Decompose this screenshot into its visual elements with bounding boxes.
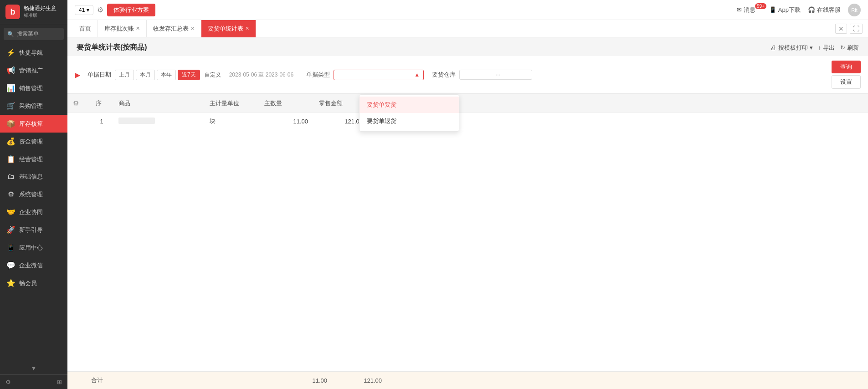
cur-month-btn[interactable]: 本月 <box>136 70 155 80</box>
sidebar-collapse-icon[interactable]: ⊞ <box>57 379 62 385</box>
content: 要货单统计表(按商品) 🖨 按模板打印 ▾ ↑ 导出 ↻ 刷新 ▶ <box>67 37 868 389</box>
sidebar-scroll-down[interactable]: ▼ <box>0 362 67 374</box>
tab-home[interactable]: 首页 <box>73 20 98 37</box>
print-btn[interactable]: 🖨 按模板打印 ▾ <box>770 44 813 52</box>
app-name: 畅捷通好生意 <box>24 5 56 12</box>
custom-date-btn[interactable]: 自定义 <box>202 70 224 80</box>
sidebar: b 畅捷通好生意 标准版 🔍 搜索菜单 ⚡ 快捷导航 📢 营销推广 📊 销售管理… <box>0 0 67 389</box>
tab-inventory-batch[interactable]: 库存批次账 ✕ <box>98 20 147 37</box>
topbar-right: ✉ 消息 99+ 📱 App下载 🎧 在线客服 Rit <box>737 4 861 16</box>
sidebar-item-finance[interactable]: 💰 资金管理 <box>0 133 67 150</box>
operations-icon: 📋 <box>6 155 15 164</box>
sidebar-item-wechat[interactable]: 💬 企业微信 <box>0 256 67 274</box>
sidebar-item-member[interactable]: ⭐ 畅会员 <box>0 274 67 292</box>
sidebar-item-label: 快捷导航 <box>19 49 43 57</box>
sidebar-item-marketing[interactable]: 📢 营销推广 <box>0 61 67 79</box>
sidebar-item-label: 资金管理 <box>19 138 43 146</box>
tab-receive-summary[interactable]: 收发存汇总表 ✕ <box>147 20 201 37</box>
tab-maximize-btn[interactable]: ⛶ <box>850 24 863 34</box>
col-settings-icon[interactable]: ⚙ <box>73 99 79 107</box>
store-selector[interactable]: 41 ▾ <box>75 5 93 15</box>
sidebar-item-sales[interactable]: 📊 销售管理 <box>0 79 67 97</box>
sidebar-item-label: 经营管理 <box>19 155 43 164</box>
online-service-btn[interactable]: 🎧 在线客服 <box>808 6 841 14</box>
dropdown-item-order-goods[interactable]: 要货单要货 <box>360 97 459 113</box>
sidebar-item-guide[interactable]: 🚀 新手引导 <box>0 221 67 239</box>
logo-icon: b <box>5 5 20 19</box>
tab-close-icon[interactable]: ✕ <box>190 26 195 31</box>
marketing-icon: 📢 <box>6 66 15 75</box>
date-filter-label: 单据日期 <box>87 71 111 79</box>
topbar-gear-icon[interactable]: ⚙ <box>97 5 103 14</box>
refresh-btn[interactable]: ↻ 刷新 <box>840 44 859 52</box>
filter-toggle-btn[interactable]: ▶ <box>75 71 80 79</box>
quick-nav-icon: ⚡ <box>6 48 15 57</box>
type-dropdown-arrow[interactable]: ▲ <box>414 72 420 78</box>
tab-order-summary[interactable]: 要货单统计表 ✕ <box>201 20 256 37</box>
page-actions: 🖨 按模板打印 ▾ ↑ 导出 ↻ 刷新 <box>770 44 859 52</box>
set-btn[interactable]: 设置 <box>832 75 861 89</box>
refresh-icon: ↻ <box>840 44 845 51</box>
sidebar-item-operations[interactable]: 📋 经营管理 <box>0 150 67 168</box>
col-settings-header: ⚙ <box>67 95 90 113</box>
sidebar-nav: ⚡ 快捷导航 📢 营销推广 📊 销售管理 🛒 采购管理 📦 库存核算 💰 资金管… <box>0 44 67 362</box>
cur-year-btn[interactable]: 本年 <box>157 70 176 80</box>
cell-product <box>113 113 204 130</box>
filter-row: 单据日期 上月 本月 本年 近7天 自定义 2023-05-06 至 2023-… <box>87 70 824 80</box>
type-filter-input[interactable]: ▲ <box>334 70 424 80</box>
footer-qty: 11.00 <box>272 377 327 384</box>
tabs-actions: ✕ ⛶ <box>835 24 863 34</box>
tab-close-icon[interactable]: ✕ <box>136 26 140 31</box>
message-btn[interactable]: ✉ 消息 99+ <box>737 6 762 14</box>
purchase-icon: 🛒 <box>6 102 15 110</box>
filter-panel: ▶ 单据日期 上月 本月 本年 近7天 自定义 2023-05-06 至 202… <box>67 56 868 94</box>
system-icon: ⚙ <box>6 190 15 199</box>
data-table: ⚙ 序 商品 主计量单位 主数量 <box>67 95 868 130</box>
user-avatar[interactable]: Rit <box>848 4 861 16</box>
trial-btn[interactable]: 体验行业方案 <box>107 4 155 16</box>
export-btn[interactable]: ↑ 导出 <box>818 44 835 52</box>
tab-inventory-batch-label: 库存批次账 <box>104 25 134 33</box>
sidebar-settings-icon[interactable]: ⚙ <box>5 379 11 385</box>
warehouse-filter-input[interactable]: ··· <box>459 70 532 80</box>
date-range-display: 2023-05-06 至 2023-06-06 <box>229 71 293 79</box>
app-download-btn[interactable]: 📱 App下载 <box>769 6 801 14</box>
sidebar-item-app-center[interactable]: 📱 应用中心 <box>0 239 67 256</box>
export-label: 导出 <box>823 44 835 52</box>
sidebar-item-enterprise[interactable]: 🤝 企业协同 <box>0 203 67 221</box>
warehouse-more-icon[interactable]: ··· <box>496 72 528 78</box>
search-menu-label: 搜索菜单 <box>17 30 39 38</box>
sidebar-item-label: 新手引导 <box>19 226 43 234</box>
store-name: 41 <box>79 7 85 13</box>
type-input-field[interactable] <box>338 72 414 78</box>
sidebar-item-base[interactable]: 🗂 基础信息 <box>0 168 67 185</box>
footer-amount: 121.00 <box>327 377 382 384</box>
sidebar-item-label: 采购管理 <box>19 102 43 110</box>
search-menu[interactable]: 🔍 搜索菜单 <box>4 28 64 40</box>
tab-close-icon[interactable]: ✕ <box>245 26 249 31</box>
sales-icon: 📊 <box>6 84 15 92</box>
topbar: 41 ▾ ⚙ 体验行业方案 ✉ 消息 99+ 📱 App下载 🎧 在线客服 Ri… <box>67 0 868 20</box>
message-label: 消息 <box>744 6 755 14</box>
sidebar-item-label: 库存核算 <box>19 120 43 128</box>
tab-close-all-btn[interactable]: ✕ <box>835 24 847 34</box>
sidebar-item-purchase[interactable]: 🛒 采购管理 <box>0 97 67 115</box>
sidebar-item-quick-nav[interactable]: ⚡ 快捷导航 <box>0 44 67 61</box>
sidebar-item-system[interactable]: ⚙ 系统管理 <box>0 185 67 203</box>
sidebar-item-label: 畅会员 <box>19 279 37 287</box>
tabs-bar: 首页 库存批次账 ✕ 收发存汇总表 ✕ 要货单统计表 ✕ ✕ ⛶ <box>67 20 868 37</box>
footer-label: 合计 <box>73 376 272 384</box>
inventory-icon: 📦 <box>6 119 15 128</box>
table-container: ⚙ 序 商品 主计量单位 主数量 <box>67 95 868 371</box>
user-name: Rit <box>851 7 857 13</box>
col-unit-header: 主计量单位 <box>204 95 259 113</box>
cell-unit: 块 <box>204 113 259 130</box>
sidebar-item-inventory[interactable]: 📦 库存核算 <box>0 115 67 133</box>
query-btn[interactable]: 查询 <box>832 61 861 73</box>
service-icon: 🎧 <box>808 6 815 13</box>
refresh-label: 刷新 <box>847 44 859 52</box>
prev-month-btn[interactable]: 上月 <box>115 70 134 80</box>
dropdown-item-order-return[interactable]: 要货单退货 <box>360 113 459 129</box>
main-area: 41 ▾ ⚙ 体验行业方案 ✉ 消息 99+ 📱 App下载 🎧 在线客服 Ri… <box>67 0 868 389</box>
week-btn[interactable]: 近7天 <box>178 70 200 80</box>
